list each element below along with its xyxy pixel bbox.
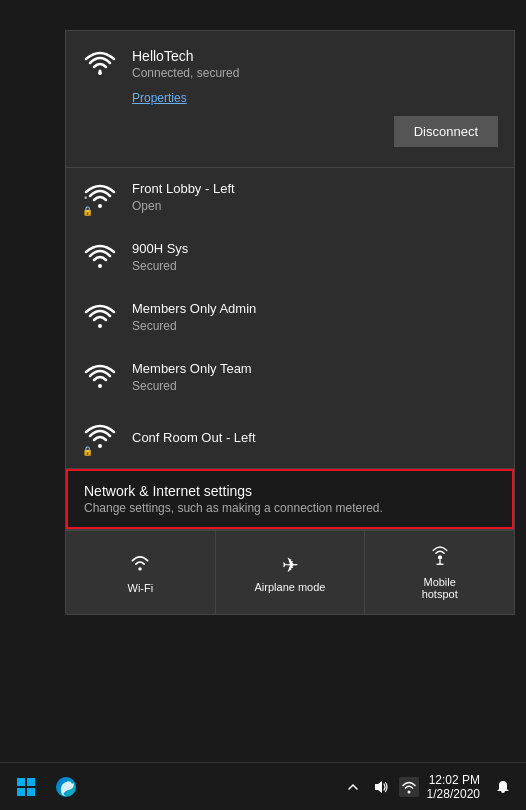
- wifi-icon: [82, 360, 118, 396]
- time-display: 12:02 PM: [429, 773, 480, 787]
- svg-rect-10: [17, 778, 25, 786]
- network-name: Members Only Team: [132, 361, 498, 378]
- svg-point-1: [98, 204, 102, 208]
- speaker-icon[interactable]: [371, 777, 391, 797]
- hotspot-action-icon: [429, 545, 451, 572]
- wifi-icon: [82, 300, 118, 336]
- network-name: Conf Room Out - Left: [132, 430, 498, 447]
- network-status: Secured: [132, 318, 498, 335]
- wifi-icon: [82, 240, 118, 276]
- wifi-taskbar-icon[interactable]: [399, 777, 419, 797]
- wifi-action-icon: [129, 551, 151, 578]
- network-info: Front Lobby - Left Open: [132, 181, 498, 215]
- list-item[interactable]: 🔒 Front Lobby - Left Open: [66, 168, 514, 228]
- svg-point-15: [407, 790, 410, 793]
- settings-bar[interactable]: Network & Internet settings Change setti…: [66, 469, 514, 529]
- settings-title: Network & Internet settings: [84, 483, 496, 499]
- disconnect-button[interactable]: Disconnect: [394, 116, 498, 147]
- svg-point-2: [98, 264, 102, 268]
- start-button[interactable]: [8, 769, 44, 805]
- list-item[interactable]: 900H Sys Secured: [66, 228, 514, 288]
- svg-rect-13: [27, 788, 35, 796]
- network-name: Front Lobby - Left: [132, 181, 498, 198]
- taskbar-left: [8, 769, 84, 805]
- network-name: Members Only Admin: [132, 301, 498, 318]
- svg-rect-12: [17, 788, 25, 796]
- wifi-connected-icon: [82, 47, 118, 83]
- svg-point-5: [98, 444, 102, 448]
- taskbar-time[interactable]: 12:02 PM 1/28/2020: [427, 773, 480, 801]
- list-item[interactable]: Members Only Admin Secured: [66, 288, 514, 348]
- network-info: Members Only Admin Secured: [132, 301, 498, 335]
- properties-link[interactable]: Properties: [132, 91, 187, 105]
- hotspot-action-label: Mobilehotspot: [422, 576, 458, 600]
- chevron-up-icon[interactable]: [343, 777, 363, 797]
- quick-actions-row: Wi-Fi ✈ Airplane mode Mobilehotspot: [66, 530, 514, 614]
- connected-network-status: Connected, secured: [132, 65, 498, 82]
- network-panel: HelloTech Connected, secured Properties …: [65, 30, 515, 615]
- airplane-action-icon: ✈: [282, 553, 299, 577]
- network-status: Open: [132, 198, 498, 215]
- wifi-icon: 🔒: [82, 420, 118, 456]
- svg-point-0: [98, 71, 102, 75]
- connected-network-name: HelloTech: [132, 47, 498, 65]
- disconnect-row: Disconnect: [82, 106, 498, 151]
- svg-point-7: [438, 555, 442, 559]
- svg-point-4: [98, 384, 102, 388]
- connected-network-item: HelloTech Connected, secured: [82, 47, 498, 83]
- airplane-action-label: Airplane mode: [255, 581, 326, 593]
- taskbar: 12:02 PM 1/28/2020: [0, 762, 526, 810]
- svg-point-3: [98, 324, 102, 328]
- edge-browser-icon[interactable]: [48, 769, 84, 805]
- network-name: 900H Sys: [132, 241, 498, 258]
- network-status: Secured: [132, 378, 498, 395]
- connected-section: HelloTech Connected, secured Properties …: [66, 31, 514, 167]
- list-item[interactable]: Members Only Team Secured: [66, 348, 514, 408]
- wifi-icon: 🔒: [82, 180, 118, 216]
- hotspot-quick-action[interactable]: Mobilehotspot: [365, 531, 514, 614]
- network-status: Secured: [132, 258, 498, 275]
- airplane-quick-action[interactable]: ✈ Airplane mode: [216, 531, 366, 614]
- settings-description: Change settings, such as making a connec…: [84, 501, 496, 515]
- connected-network-info: HelloTech Connected, secured: [132, 47, 498, 82]
- date-display: 1/28/2020: [427, 787, 480, 801]
- svg-point-6: [139, 567, 142, 570]
- svg-rect-11: [27, 778, 35, 786]
- wifi-action-label: Wi-Fi: [128, 582, 154, 594]
- network-info: 900H Sys Secured: [132, 241, 498, 275]
- wifi-quick-action[interactable]: Wi-Fi: [66, 531, 216, 614]
- network-list: 🔒 Front Lobby - Left Open 900H Sys Secur…: [66, 168, 514, 468]
- network-info: Members Only Team Secured: [132, 361, 498, 395]
- list-item[interactable]: 🔒 Conf Room Out - Left: [66, 408, 514, 468]
- network-info: Conf Room Out - Left: [132, 430, 498, 447]
- notification-icon[interactable]: [488, 769, 518, 805]
- taskbar-right: 12:02 PM 1/28/2020: [343, 769, 518, 805]
